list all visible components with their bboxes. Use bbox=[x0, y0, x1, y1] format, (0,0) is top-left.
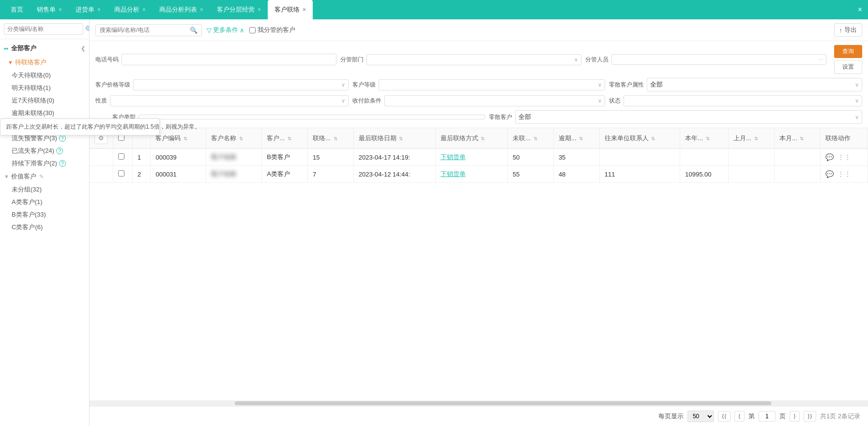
sort-name-icon[interactable]: ⇅ bbox=[239, 136, 243, 141]
cell-settings-2 bbox=[90, 166, 113, 183]
scrollbar-thumb[interactable] bbox=[235, 401, 771, 405]
row2-checkbox[interactable] bbox=[118, 170, 124, 176]
nav-product-analysis[interactable]: 商品分析 × bbox=[107, 0, 152, 19]
value-ungrouped[interactable]: 未分组(32) bbox=[0, 183, 89, 196]
page-number-input[interactable] bbox=[759, 411, 776, 422]
customer-name-blurred-2: 客户名称 bbox=[211, 170, 236, 177]
all-customers-header[interactable]: ▪▪ 全部客户 ❮ bbox=[0, 41, 89, 56]
close-customer-contact-tab[interactable]: × bbox=[303, 6, 306, 13]
close-purchase-tab[interactable]: × bbox=[97, 6, 101, 13]
prev-page-btn[interactable]: ⟨ bbox=[734, 411, 745, 422]
customer-level-filter: 客户等级 ∨ bbox=[352, 79, 606, 90]
value-b-class[interactable]: B类客户(33) bbox=[0, 208, 89, 221]
phone-filter: 电话号码 bbox=[95, 54, 336, 65]
last-page-btn[interactable]: ⟩⟩ bbox=[804, 411, 816, 422]
nav-purchase[interactable]: 进货单 × bbox=[69, 0, 107, 19]
sort-year-icon[interactable]: ⇅ bbox=[706, 136, 710, 141]
close-sales-tab[interactable]: × bbox=[59, 6, 62, 13]
per-page-select[interactable]: 50 100 200 bbox=[687, 411, 714, 422]
declining-help[interactable]: ? bbox=[59, 160, 66, 167]
tooltip-box: 距客户上次交易时长，超过了此客户的平均交易周期的1.5倍，则视为异常。 bbox=[90, 118, 160, 135]
overdue-pending[interactable]: 逾期未联络(30) bbox=[0, 107, 89, 119]
sidebar-search-icon[interactable]: 🔍 bbox=[85, 26, 90, 33]
chat-icon-1[interactable]: 💬 bbox=[825, 153, 834, 161]
query-button[interactable]: 查询 bbox=[834, 45, 862, 58]
close-product-analysis-list-tab[interactable]: × bbox=[200, 6, 203, 13]
sort-tm-icon[interactable]: ⇅ bbox=[800, 136, 804, 141]
value-customers-section[interactable]: ▼ 价值客户 ✎ bbox=[0, 170, 89, 183]
export-button[interactable]: ↑ 导出 bbox=[834, 23, 863, 37]
gender-label: 性质 bbox=[95, 97, 107, 105]
more-icon-1[interactable]: ⋮⋮ bbox=[838, 153, 851, 161]
pending-contact-group[interactable]: ▼ 待联络客户 bbox=[0, 56, 89, 69]
sort-person-icon[interactable]: ⇅ bbox=[651, 136, 655, 141]
cell-lm-1 bbox=[729, 148, 775, 166]
close-all-tabs[interactable]: × bbox=[858, 5, 862, 14]
declining-item[interactable]: 持续下滑客户(2) ? bbox=[0, 157, 89, 170]
cell-checkbox-1 bbox=[113, 148, 133, 166]
churned-help[interactable]: ? bbox=[56, 147, 63, 154]
dept-select[interactable]: ∨ bbox=[366, 54, 581, 65]
contact-method-link-1[interactable]: 下销货单 bbox=[441, 153, 466, 161]
cell-person-2: 111 bbox=[599, 166, 680, 183]
status-select[interactable]: ∨ bbox=[624, 95, 862, 106]
th-name: 客户名称 ⇅ bbox=[206, 128, 262, 148]
retail-attr-value: 全部 bbox=[650, 80, 663, 89]
sort-type-icon[interactable]: ⇅ bbox=[288, 136, 291, 141]
settings-button[interactable]: 设置 bbox=[834, 60, 862, 74]
horizontal-scrollbar[interactable] bbox=[90, 400, 868, 406]
search-input[interactable] bbox=[100, 27, 188, 33]
phone-input[interactable] bbox=[122, 54, 336, 65]
customer-type-select[interactable] bbox=[138, 115, 486, 119]
churn-warning-help[interactable]: ? bbox=[59, 135, 66, 142]
sort-uncontacted-icon[interactable]: ⇅ bbox=[533, 136, 537, 141]
retail-attr-select[interactable]: 全部 ∨ bbox=[647, 78, 862, 91]
sort-date-icon[interactable]: ⇅ bbox=[399, 136, 403, 141]
close-product-analysis-tab[interactable]: × bbox=[142, 6, 146, 13]
my-customer-checkbox[interactable] bbox=[249, 27, 256, 33]
sidebar-search-input[interactable] bbox=[4, 23, 83, 35]
gender-select[interactable]: ∨ bbox=[110, 95, 349, 106]
search-icon[interactable]: 🔍 bbox=[190, 27, 198, 34]
nav-product-analysis-list[interactable]: 商品分析列表 × bbox=[152, 0, 210, 19]
collapse-icon[interactable]: ❮ bbox=[81, 45, 85, 52]
first-page-btn[interactable]: ⟨⟨ bbox=[718, 411, 731, 422]
edit-value-icon[interactable]: ✎ bbox=[39, 174, 44, 180]
payment-label: 收付款条件 bbox=[352, 97, 381, 105]
more-icon-2[interactable]: ⋮⋮ bbox=[838, 170, 851, 178]
customer-level-select[interactable]: ∨ bbox=[379, 79, 606, 90]
filter-icon: ▽ bbox=[207, 27, 212, 34]
retail-customer-select[interactable]: 全部 ∨ bbox=[515, 110, 862, 124]
payment-select[interactable]: ∨ bbox=[384, 95, 606, 106]
sort-contact-icon[interactable]: ⇅ bbox=[334, 136, 337, 141]
customer-name-blurred-1: 客户名称 bbox=[211, 153, 236, 161]
price-level-select[interactable]: ∨ bbox=[133, 79, 349, 90]
contact-method-link-2[interactable]: 下销货单 bbox=[441, 170, 466, 177]
churned-item[interactable]: 已流失客户(24) ? bbox=[0, 145, 89, 157]
sort-lm-icon[interactable]: ⇅ bbox=[754, 136, 758, 141]
nav-customer-tier[interactable]: 客户分层经营 × bbox=[210, 0, 268, 19]
sort-overdue-icon[interactable]: ⇅ bbox=[579, 136, 583, 141]
nav-home[interactable]: 首页 bbox=[4, 0, 30, 19]
manager-select[interactable]: ··· bbox=[611, 54, 826, 65]
customer-level-label: 客户等级 bbox=[352, 81, 376, 89]
top-navigation: 首页 销售单 × 进货单 × 商品分析 × 商品分析列表 × 客户分层经营 × … bbox=[0, 0, 868, 19]
value-a-class[interactable]: A类客户(1) bbox=[0, 196, 89, 208]
th-this-month: 本月... ⇅ bbox=[774, 128, 820, 148]
sort-code-icon[interactable]: ⇅ bbox=[183, 136, 187, 141]
nav-sales[interactable]: 销售单 × bbox=[30, 0, 69, 19]
value-c-class[interactable]: C类客户(6) bbox=[0, 221, 89, 234]
sort-method-icon[interactable]: ⇅ bbox=[481, 136, 485, 141]
chat-icon-2[interactable]: 💬 bbox=[825, 170, 834, 178]
nav-customer-contact[interactable]: 客户联络 × bbox=[268, 0, 313, 19]
tomorrow-pending[interactable]: 明天待联络(1) bbox=[0, 82, 89, 94]
more-conditions-btn[interactable]: ▽ 更多条件 ∧ bbox=[207, 26, 244, 34]
week-pending[interactable]: 近7天待联络(0) bbox=[0, 94, 89, 107]
customer-table: ⚙ 客户编码 ⇅ 客户名称 ⇅ bbox=[90, 128, 868, 183]
cell-year-2: 10995.00 bbox=[680, 166, 729, 183]
next-page-btn[interactable]: ⟩ bbox=[790, 411, 800, 422]
today-pending[interactable]: 今天待联络(0) bbox=[0, 69, 89, 82]
cell-index-2: 2 bbox=[133, 166, 151, 183]
row1-checkbox[interactable] bbox=[118, 153, 124, 160]
close-customer-tier-tab[interactable]: × bbox=[258, 6, 261, 13]
